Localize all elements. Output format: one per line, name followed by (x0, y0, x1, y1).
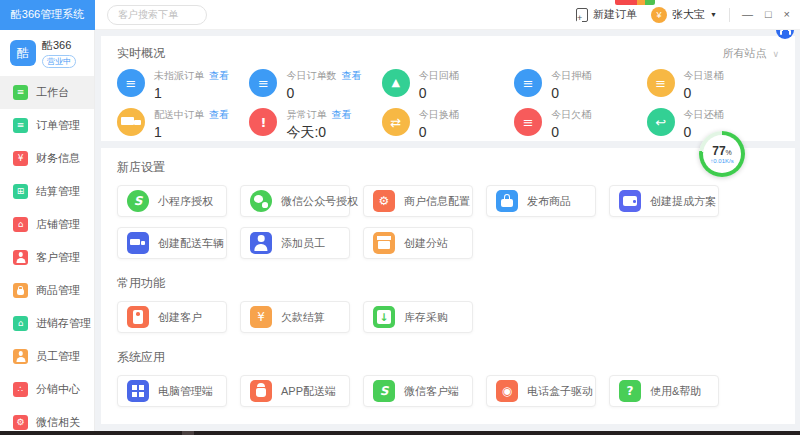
person-icon (13, 250, 28, 265)
stat-buckets-swapped: 今日换桶0 (382, 108, 514, 142)
clipboard-icon (249, 69, 277, 97)
tile-label: 创建分站 (404, 236, 448, 251)
sidebar-item-products[interactable]: 商品管理 (0, 274, 94, 307)
app-phone-box-driver[interactable]: 电话盒子驱动 (486, 375, 596, 407)
sidebar-item-label: 员工管理 (36, 349, 80, 364)
grid-icon (13, 184, 28, 199)
sidebar: 酷 酷366 营业中 工作台 订单管理 财务信息 结算管理 店铺管理 (0, 30, 95, 431)
site-filter-dropdown[interactable]: 所有站点 ∨ (722, 46, 779, 61)
stat-label: 今日订单数 (286, 69, 336, 83)
overview-title: 实时概况 (117, 45, 165, 62)
tile-label: 微信客户端 (404, 384, 459, 399)
main-content: 实时概况 所有站点 ∨ 未指派订单查看1 今日订单数查看0 今日回桶0 (95, 30, 800, 431)
tile-label: 发布商品 (527, 194, 571, 209)
stat-abnormal-orders: 异常订单查看今天:0 (249, 108, 381, 142)
view-link[interactable]: 查看 (341, 69, 361, 83)
stat-label: 今日换桶 (419, 108, 459, 122)
sidebar-item-label: 店铺管理 (36, 217, 80, 232)
taskbar-edge-segment (182, 431, 194, 435)
person-icon (250, 232, 272, 254)
orders-icon (13, 118, 28, 133)
sidebar-item-wechat[interactable]: 微信相关 (0, 406, 94, 431)
sidebar-item-distribution[interactable]: 分销中心 (0, 373, 94, 406)
sidebar-item-label: 进销存管理 (36, 316, 91, 331)
sidebar-item-orders[interactable]: 订单管理 (0, 109, 94, 142)
sidebar-item-staff[interactable]: 员工管理 (0, 340, 94, 373)
action-wechat-official-auth[interactable]: 微信公众号授权 (240, 185, 350, 217)
action-debt-settlement[interactable]: 欠款结算 (240, 301, 350, 333)
sidebar-item-label: 分销中心 (36, 382, 80, 397)
help-icon (619, 380, 641, 402)
username: 张大宝 (672, 7, 705, 22)
bag-icon (13, 283, 28, 298)
action-create-substation[interactable]: 创建分站 (363, 227, 473, 259)
sidebar-item-finance[interactable]: 财务信息 (0, 142, 94, 175)
sidebar-item-store[interactable]: 店铺管理 (0, 208, 94, 241)
alert-icon (249, 108, 277, 136)
gear-icon (13, 415, 28, 430)
undo-arrow-icon (647, 108, 675, 136)
maximize-button[interactable]: □ (765, 9, 772, 20)
close-button[interactable]: × (784, 9, 790, 20)
section-common-functions: 常用功能 创建客户 欠款结算 库存采购 (117, 275, 779, 333)
store-icon (13, 217, 28, 232)
tile-label: 小程序授权 (158, 194, 213, 209)
stat-value: 0 (286, 85, 361, 101)
app-pc-management[interactable]: 电脑管理端 (117, 375, 227, 407)
tile-label: 电话盒子驱动 (527, 384, 593, 399)
stat-buckets-returned: 今日回桶0 (382, 69, 514, 101)
action-add-employee[interactable]: 添加员工 (240, 227, 350, 259)
search-input[interactable] (107, 5, 207, 25)
box-download-icon (373, 306, 395, 328)
title-bar: 酷366管理系统 新建订单 ¥ 张大宝 ▼ — □ × (0, 0, 800, 30)
tile-label: 库存采购 (404, 310, 448, 325)
stat-label: 异常订单 (286, 108, 326, 122)
tile-label: 创建提成方案 (650, 194, 716, 209)
minimize-button[interactable]: — (742, 9, 753, 20)
taskbar-edge (0, 431, 800, 435)
action-create-commission-plan[interactable]: 创建提成方案 (609, 185, 719, 217)
section-title: 系统应用 (117, 349, 779, 366)
clipboard-icon (647, 69, 675, 97)
sidebar-item-label: 商品管理 (36, 283, 80, 298)
new-order-button[interactable]: 新建订单 (576, 7, 637, 22)
sidebar-item-customers[interactable]: 客户管理 (0, 241, 94, 274)
sidebar-item-label: 结算管理 (36, 184, 80, 199)
view-link[interactable]: 查看 (209, 69, 229, 83)
sidebar-item-label: 工作台 (36, 85, 69, 100)
section-title: 常用功能 (117, 275, 779, 292)
action-miniprogram-auth[interactable]: 小程序授权 (117, 185, 227, 217)
action-create-customer[interactable]: 创建客户 (117, 301, 227, 333)
action-create-delivery-vehicle[interactable]: 创建配送车辆 (117, 227, 227, 259)
sidebar-item-workbench[interactable]: 工作台 (0, 76, 94, 109)
view-link[interactable]: 查看 (209, 108, 229, 122)
tile-label: 商户信息配置 (404, 194, 470, 209)
sidebar-item-label: 客户管理 (36, 250, 80, 265)
app-window: 酷366管理系统 新建订单 ¥ 张大宝 ▼ — □ × 酷 酷366 营业中 (0, 0, 800, 435)
action-inventory-purchase[interactable]: 库存采购 (363, 301, 473, 333)
realtime-overview-panel: 实时概况 所有站点 ∨ 未指派订单查看1 今日订单数查看0 今日回桶0 (101, 36, 795, 141)
tile-label: 电脑管理端 (158, 384, 213, 399)
android-icon (250, 380, 272, 402)
sidebar-item-settlement[interactable]: 结算管理 (0, 175, 94, 208)
sidebar-logo: 酷 酷366 营业中 (0, 30, 94, 76)
stat-label: 今日退桶 (684, 69, 724, 83)
action-publish-products[interactable]: 发布商品 (486, 185, 596, 217)
new-order-label: 新建订单 (593, 7, 637, 22)
view-link[interactable]: 查看 (331, 108, 351, 122)
customer-card-icon (127, 306, 149, 328)
app-wechat-client[interactable]: 微信客户端 (363, 375, 473, 407)
stat-value: 0 (551, 85, 591, 101)
app-delivery-app[interactable]: APP配送端 (240, 375, 350, 407)
stat-value: 0 (684, 85, 724, 101)
avatar: ¥ (651, 7, 667, 23)
sidebar-item-inventory[interactable]: 进销存管理 (0, 307, 94, 340)
share-icon (13, 382, 28, 397)
swap-arrows-icon (382, 108, 410, 136)
clipboard-icon (514, 108, 542, 136)
app-usage-help[interactable]: 使用&帮助 (609, 375, 719, 407)
progress-percent-sign: % (726, 149, 732, 156)
chevron-down-icon: ▼ (710, 11, 717, 18)
user-menu[interactable]: ¥ 张大宝 ▼ (651, 7, 717, 23)
action-merchant-info-config[interactable]: 商户信息配置 (363, 185, 473, 217)
